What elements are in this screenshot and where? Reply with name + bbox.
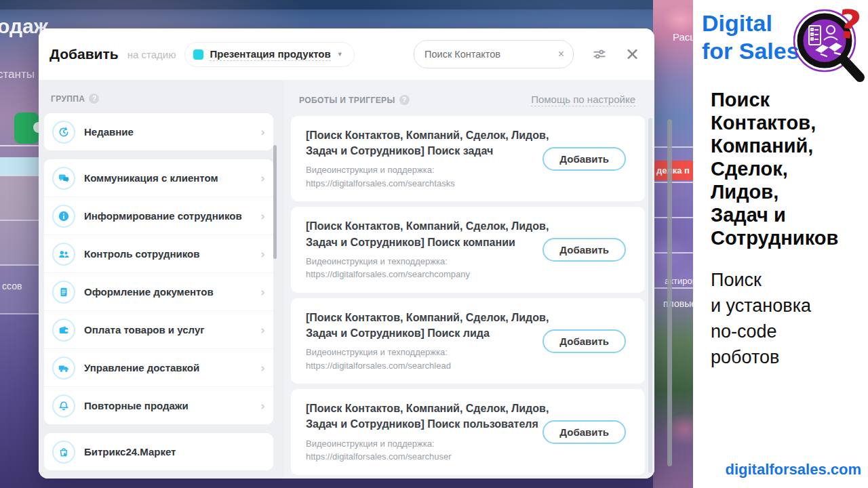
sidebar-item-repeat-sales[interactable]: Повторные продажи › bbox=[44, 386, 273, 424]
people-icon bbox=[52, 243, 75, 266]
search-input[interactable] bbox=[423, 48, 554, 60]
chat-icon bbox=[52, 167, 75, 190]
help-icon[interactable]: ? bbox=[399, 95, 410, 105]
robot-url: https://digitalforsales.com/searchtasks bbox=[306, 177, 630, 190]
brand-logo-text: Digital for Sales bbox=[702, 9, 800, 65]
promo-heading-line: Поиск bbox=[711, 88, 838, 111]
add-robot-button[interactable]: Добавить bbox=[542, 420, 626, 444]
document-icon bbox=[52, 281, 75, 304]
question-mark-icon: ? bbox=[835, 3, 864, 49]
promo-heading-line: Лидов, bbox=[711, 180, 838, 203]
website-url: digitalforsales.com bbox=[725, 461, 861, 479]
help-icon[interactable]: ? bbox=[89, 94, 99, 104]
magnifier-logo-icon: ? bbox=[793, 3, 865, 84]
browser-top-strip bbox=[0, 0, 693, 9]
background-row-line bbox=[653, 146, 693, 148]
chevron-right-icon: › bbox=[260, 285, 265, 299]
sidebar-item-label: Повторные продажи bbox=[84, 400, 252, 411]
sidebar-item-label: Управление доставкой bbox=[84, 362, 252, 373]
market-card: Битрикс24.Маркет bbox=[44, 433, 273, 470]
add-robot-dialog: Добавить на стадию Презентация продуктов… bbox=[39, 28, 654, 479]
sidebar-item-informing[interactable]: Информирование сотрудников › bbox=[44, 197, 273, 235]
filter-icon[interactable] bbox=[592, 47, 607, 62]
robot-title: [Поиск Контактов, Компаний, Сделок, Лидо… bbox=[306, 218, 562, 249]
promo-subtext-line: и установка bbox=[711, 293, 811, 319]
robot-card-search-user: [Поиск Контактов, Компаний, Сделок, Лидо… bbox=[291, 389, 645, 474]
bell-icon bbox=[52, 394, 75, 418]
robot-url: https://digitalforsales.com/searchuser bbox=[306, 450, 630, 464]
history-icon bbox=[52, 121, 75, 144]
add-robot-button[interactable]: Добавить bbox=[542, 147, 626, 171]
dialog-subtitle: на стадию bbox=[127, 49, 176, 60]
promo-subtext-line: роботов bbox=[711, 344, 811, 370]
background-row bbox=[0, 221, 39, 264]
truck-icon bbox=[52, 357, 75, 380]
stage-selector[interactable]: Презентация продуктов ▼ bbox=[184, 42, 354, 67]
market-bag-icon bbox=[52, 441, 75, 464]
robot-card-search-tasks: [Поиск Контактов, Компаний, Сделок, Лидо… bbox=[291, 116, 645, 201]
wallet-icon bbox=[52, 319, 75, 342]
add-robot-button[interactable]: Добавить bbox=[542, 238, 626, 262]
dialog-title: Добавить bbox=[50, 46, 119, 62]
slider-panel-scrollbar[interactable] bbox=[667, 119, 672, 466]
promo-subtext-line: no-code bbox=[711, 319, 811, 344]
setup-help-link[interactable]: Помощь по настройке bbox=[531, 94, 635, 106]
background-row-line bbox=[653, 182, 693, 183]
chevron-right-icon: › bbox=[260, 171, 265, 185]
promo-subtext-line: Поиск bbox=[711, 267, 811, 293]
sidebar-item-documents[interactable]: Оформление документов › bbox=[44, 272, 273, 310]
promo-heading-line: Контактов, bbox=[711, 111, 838, 134]
background-row-line bbox=[653, 252, 693, 253]
promo-heading-line: Задач и bbox=[711, 203, 838, 226]
background-row bbox=[0, 176, 39, 220]
search-box: × bbox=[414, 40, 574, 68]
recent-card: Недавние › bbox=[44, 113, 273, 150]
chevron-right-icon: › bbox=[260, 247, 265, 261]
sidebar-item-communication[interactable]: Коммуникация с клиентом › bbox=[44, 159, 273, 197]
deal-status-badge: делка п bbox=[653, 161, 696, 180]
robot-url: https://digitalforsales.com/searchlead bbox=[306, 359, 630, 373]
promo-heading-line: Компаний, bbox=[711, 134, 838, 157]
chevron-right-icon: › bbox=[260, 125, 265, 139]
background-row-line bbox=[0, 145, 39, 146]
sidebar-item-label: Контроль сотрудников bbox=[84, 248, 252, 260]
sidebar-item-label: Недавние bbox=[84, 126, 252, 138]
sidebar-item-label: Оформление документов bbox=[84, 286, 252, 298]
search-clear-icon[interactable]: × bbox=[558, 49, 564, 60]
group-section-label: ГРУППА bbox=[51, 94, 85, 104]
brand-line2: for Sales bbox=[702, 37, 800, 65]
chevron-right-icon: › bbox=[260, 399, 265, 413]
stage-color-swatch bbox=[193, 49, 203, 60]
dialog-header: Добавить на стадию Презентация продуктов… bbox=[39, 28, 654, 80]
group-panel-scrollbar[interactable] bbox=[273, 145, 277, 259]
brand-line1: Digital bbox=[702, 9, 800, 37]
robots-section-label: РОБОТЫ И ТРИГГЕРЫ bbox=[299, 96, 395, 105]
robot-card-search-lead: [Поиск Контактов, Компаний, Сделок, Лидо… bbox=[291, 298, 645, 384]
screen: одаж станты ссов Расши делка п актиров п… bbox=[0, 0, 868, 488]
background-row-line bbox=[0, 313, 39, 314]
promo-heading: Поиск Контактов, Компаний, Сделок, Лидов… bbox=[711, 88, 838, 249]
sidebar-item-delivery[interactable]: Управление доставкой › bbox=[44, 348, 273, 386]
promo-sidebar: Digital for Sales ? Поиск Контакт bbox=[693, 0, 868, 488]
sidebar-item-label: Коммуникация с клиентом bbox=[84, 172, 252, 184]
background-text-fragment: станты bbox=[0, 68, 35, 81]
sidebar-item-payments[interactable]: Оплата товаров и услуг › bbox=[44, 310, 273, 348]
robot-url: https://digitalforsales.com/searchcompan… bbox=[306, 268, 630, 281]
promo-heading-line: Сделок, bbox=[711, 157, 838, 180]
sidebar-item-employee-control[interactable]: Контроль сотрудников › bbox=[44, 235, 273, 272]
background-row-highlight bbox=[0, 157, 39, 175]
sidebar-item-bitrix-market[interactable]: Битрикс24.Маркет bbox=[44, 433, 273, 470]
sidebar-item-recent[interactable]: Недавние › bbox=[44, 113, 273, 150]
add-robot-button[interactable]: Добавить bbox=[542, 329, 626, 353]
robots-panel: РОБОТЫ И ТРИГГЕРЫ ? Помощь по настройке … bbox=[284, 80, 654, 479]
robots-panel-scrollbar[interactable] bbox=[648, 118, 652, 473]
close-icon[interactable]: ✕ bbox=[625, 46, 639, 63]
robot-title: [Поиск Контактов, Компаний, Сделок, Лидо… bbox=[306, 401, 562, 432]
group-panel: ГРУППА ? bbox=[39, 80, 284, 479]
chevron-right-icon: › bbox=[260, 361, 265, 375]
background-text-fragment: ссов bbox=[2, 281, 22, 291]
chevron-right-icon: › bbox=[260, 323, 265, 337]
promo-heading-line: Сотрудников bbox=[711, 226, 838, 249]
category-list: Коммуникация с клиентом › Информирование… bbox=[44, 159, 273, 424]
robot-title: [Поиск Контактов, Компаний, Сделок, Лидо… bbox=[306, 127, 562, 159]
